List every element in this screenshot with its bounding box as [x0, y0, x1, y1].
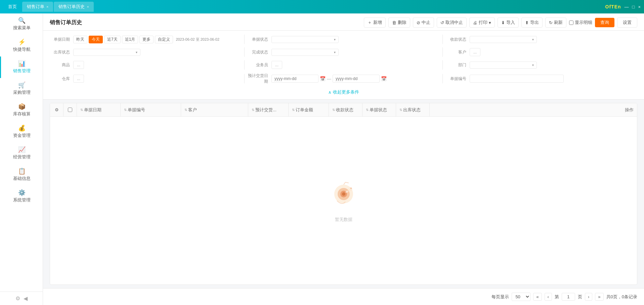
expected-date-start[interactable] [271, 75, 318, 83]
sales-order-history-close-icon[interactable]: × [87, 5, 89, 9]
new-button[interactable]: ＋ 新增 [364, 17, 386, 28]
7days-btn[interactable]: 近7天 [104, 36, 121, 43]
cancel-stop-button[interactable]: ↺ 取消中止 [437, 17, 467, 28]
sort-date-icon[interactable]: ⇅ [80, 108, 83, 112]
dept-control: ▾ [470, 62, 637, 69]
date-buttons: 昨天 今天 近7天 近1月 更多 自定义 [73, 36, 173, 43]
sidebar-item-inventory[interactable]: 📦 库存核算 [0, 100, 43, 121]
dept-select[interactable]: ▾ [470, 62, 537, 69]
show-detail-checkbox-wrapper[interactable]: 显示明细 [569, 20, 592, 26]
sort-out-icon[interactable]: ⇅ [399, 108, 402, 112]
query-button[interactable]: 查询 [595, 18, 614, 27]
refresh-button[interactable]: ↻ 刷新 [545, 17, 566, 28]
sidebar-item-finance[interactable]: 💰 资金管理 [0, 121, 43, 143]
delete-label: 删除 [398, 20, 406, 26]
sidebar-inventory-label: 库存核算 [13, 111, 31, 117]
collapse-row[interactable]: ∧ 收起更多条件 [50, 88, 637, 95]
brand-label: OfTEn [605, 4, 621, 9]
sidebar-item-quick-nav[interactable]: ⚡ 快捷导航 [0, 35, 43, 56]
filter-area: 单据日期 昨天 今天 近7天 近1月 更多 自定义 2023-06-02 至 2… [43, 31, 644, 100]
out-status-select[interactable]: ▾ [73, 49, 140, 56]
page-header: 销售订单历史 ＋ 新增 🗑 删除 ⊘ 中止 ↺ 取消中止 [43, 13, 644, 31]
complete-status-label: 完成状态 [248, 49, 271, 55]
delete-button[interactable]: 🗑 删除 [388, 17, 410, 28]
sort-amount-icon[interactable]: ⇅ [292, 108, 295, 112]
calendar-end-icon[interactable]: 📅 [381, 76, 387, 81]
divider-1 [244, 35, 245, 44]
sales-order-close-icon[interactable]: × [46, 5, 48, 9]
order-status-label: 单据状态 [248, 37, 271, 42]
custom-btn[interactable]: 自定义 [155, 36, 173, 43]
salesperson-ellipsis-btn[interactable]: ... [271, 61, 282, 69]
settings-gear-icon[interactable]: ⚙ [15, 295, 20, 302]
sidebar-item-sales[interactable]: 📊 销售管理 [0, 56, 43, 78]
stop-label: 中止 [422, 20, 430, 26]
divider-7 [244, 74, 245, 83]
today-btn[interactable]: 今天 [89, 36, 103, 43]
sidebar-operations-label: 经营管理 [13, 154, 31, 160]
stop-button[interactable]: ⊘ 中止 [413, 17, 434, 28]
first-page-button[interactable]: « [533, 293, 542, 301]
page-title: 销售订单历史 [50, 19, 82, 26]
sort-status-icon[interactable]: ⇅ [366, 108, 369, 112]
cancel-stop-icon: ↺ [440, 20, 444, 25]
sidebar-item-basic-info[interactable]: 📋 基础信息 [0, 164, 43, 186]
window-close-button[interactable]: × [638, 4, 641, 9]
new-icon: ＋ [368, 20, 372, 26]
customer-label: 客户 [446, 49, 470, 55]
print-label: 打印 [479, 20, 487, 26]
more-btn[interactable]: 更多 [139, 36, 154, 43]
yesterday-btn[interactable]: 昨天 [73, 36, 87, 43]
sort-num-icon[interactable]: ⇅ [124, 108, 127, 112]
main-layout: 🔍 搜索菜单 ⚡ 快捷导航 📊 销售管理 🛒 采购管理 📦 库存核算 💰 资金管… [0, 13, 644, 305]
collapse-icon: ∧ [328, 90, 332, 95]
page-size-select[interactable]: 20 50 100 [512, 293, 530, 301]
table-header: ⚙ ⇅ 单据日期 ⇅ 单据编号 ⇅ 客户 ⇅ [50, 103, 637, 117]
export-label: 导出 [530, 20, 539, 26]
out-status-control: ▾ [73, 49, 241, 56]
table-num-col: ⇅ 单据编号 [121, 103, 181, 116]
tab-home[interactable]: 首页 [3, 2, 22, 12]
sidebar-item-search[interactable]: 🔍 搜索菜单 [0, 13, 43, 35]
calendar-start-icon[interactable]: 📅 [320, 76, 326, 81]
sort-receipt-icon[interactable]: ⇅ [332, 108, 335, 112]
page-suffix: 页 [578, 294, 582, 300]
1month-btn[interactable]: 近1月 [122, 36, 138, 43]
salesperson-control: ... [271, 61, 439, 69]
table-check-col[interactable] [63, 103, 77, 116]
collapse-sidebar-icon[interactable]: ◀ [24, 295, 28, 302]
receipt-status-select[interactable]: ▾ [470, 36, 537, 43]
stop-icon: ⊘ [417, 20, 420, 25]
next-page-button[interactable]: › [585, 293, 592, 301]
sidebar-item-operations[interactable]: 📈 经营管理 [0, 143, 43, 164]
page-size-label: 每页显示 [491, 294, 509, 300]
export-button[interactable]: ⬆ 导出 [521, 17, 543, 28]
print-button[interactable]: 🖨 打印 ▾ [469, 17, 495, 28]
settings-button[interactable]: 设置 [617, 17, 637, 28]
minimize-button[interactable]: — [625, 4, 629, 9]
expected-date-end[interactable] [333, 75, 380, 83]
warehouse-ellipsis-btn[interactable]: ... [73, 75, 84, 83]
sort-customer-icon[interactable]: ⇅ [184, 108, 187, 112]
page-number-input[interactable] [562, 293, 575, 301]
show-detail-checkbox[interactable] [569, 21, 573, 25]
filter-row-1: 单据日期 昨天 今天 近7天 近1月 更多 自定义 2023-06-02 至 2… [50, 35, 637, 44]
goods-control: ... [73, 61, 241, 69]
last-page-button[interactable]: » [595, 293, 603, 301]
sidebar-item-purchase[interactable]: 🛒 采购管理 [0, 78, 43, 100]
tab-sales-order-history[interactable]: 销售订单历史 × [54, 2, 93, 12]
table-settings-col[interactable]: ⚙ [50, 103, 63, 116]
goods-ellipsis-btn[interactable]: ... [73, 61, 84, 69]
sidebar-item-system[interactable]: ⚙️ 系统管理 [0, 186, 43, 207]
tab-sales-order[interactable]: 销售订单 × [22, 2, 53, 12]
maximize-button[interactable]: □ [632, 4, 635, 9]
complete-status-select[interactable]: ▾ [271, 49, 339, 56]
order-num-input[interactable] [470, 75, 564, 83]
table-customer-col: ⇅ 客户 [181, 103, 248, 116]
customer-ellipsis-btn[interactable]: ... [470, 48, 480, 56]
import-button[interactable]: ⬇ 导入 [498, 17, 519, 28]
select-all-checkbox[interactable] [68, 108, 72, 112]
sort-delivery-icon[interactable]: ⇅ [252, 108, 254, 112]
order-status-select[interactable]: ▾ [271, 36, 339, 43]
prev-page-button[interactable]: ‹ [545, 293, 552, 301]
